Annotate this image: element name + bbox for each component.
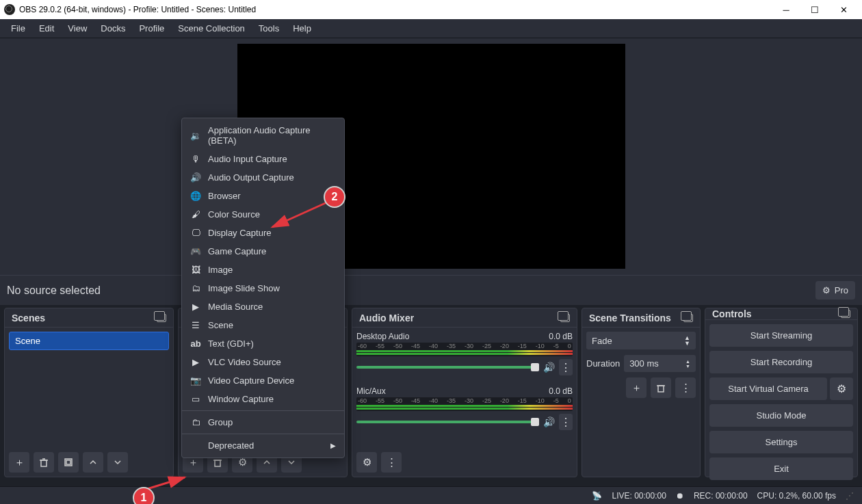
menu-media-source[interactable]: ▶Media Source [182,297,344,316]
vu-meter: -60-55-50-45-40-35-30-25-20-15-10-50 [356,343,573,356]
channel-options-button[interactable]: ⋮ [559,359,573,375]
popout-icon[interactable] [560,314,570,322]
start-streaming-button[interactable]: Start Streaming [709,324,853,347]
transitions-dock: Scene Transitions Fade ▲▼ Duration 300 m… [582,308,701,477]
start-recording-button[interactable]: Start Recording [709,351,853,373]
chevron-down-icon [113,457,122,467]
brush-icon: 🖌 [190,209,201,220]
menu-tools[interactable]: Tools [252,21,286,36]
add-scene-button[interactable]: ＋ [9,452,29,473]
cpu-status: CPU: 0.2%, 60.00 fps [757,491,836,501]
annotation-arrow-1 [144,472,198,492]
popout-icon[interactable] [683,314,693,322]
exit-button[interactable]: Exit [709,457,853,480]
menu-file[interactable]: File [4,21,32,36]
channel-name: Mic/Aux [356,386,386,396]
titlebar: OBS 29.0.2 (64-bit, windows) - Profile: … [0,0,862,19]
menu-view[interactable]: View [61,21,94,36]
add-transition-button[interactable]: ＋ [626,377,646,398]
maximize-button[interactable]: ☐ [800,0,829,19]
menu-help[interactable]: Help [286,21,318,36]
filter-icon [64,457,73,467]
settings-button[interactable]: Settings [709,431,853,453]
studio-mode-button[interactable]: Studio Mode [709,404,853,427]
transitions-title: Scene Transitions [589,313,671,323]
vu-meter: -60-55-50-45-40-35-30-25-20-15-10-50 [356,397,573,411]
mixer-title: Audio Mixer [359,313,414,323]
menu-audio-output-capture[interactable]: 🔊Audio Output Capture [182,168,344,187]
controls-title: Controls [712,308,752,319]
mixer-options-button[interactable]: ⋮ [381,452,402,473]
menu-game-capture[interactable]: 🎮Game Capture [182,242,344,261]
channel-options-button[interactable]: ⋮ [559,414,573,430]
popout-icon[interactable] [157,314,166,322]
scenes-dock: Scenes Scene ＋ [4,308,174,477]
play-icon: ▶ [190,357,201,367]
speaker-icon[interactable]: 🔊 [543,416,555,427]
trash-icon [39,457,49,467]
preview-area[interactable] [0,38,862,275]
menu-image-slideshow[interactable]: 🗂Image Slide Show [182,279,344,297]
menu-audio-input-capture[interactable]: 🎙Audio Input Capture [182,150,344,168]
menu-vlc-video[interactable]: ▶VLC Video Source [182,353,344,371]
menubar: File Edit View Docks Profile Scene Colle… [0,19,862,38]
window-title: OBS 29.0.2 (64-bit, windows) - Profile: … [19,5,772,14]
remove-scene-button[interactable] [34,452,54,473]
list-icon: ☰ [190,320,201,330]
properties-button[interactable]: ⚙ Pro [815,281,855,300]
speaker-icon: 🔊 [190,172,201,183]
advanced-audio-button[interactable]: ⚙ [356,452,377,473]
statusbar: 📡 LIVE: 00:00:00 ⏺ REC: 00:00:00 CPU: 0.… [0,486,862,504]
obs-logo-icon [4,4,15,15]
volume-slider[interactable] [356,366,539,369]
start-virtual-camera-button[interactable]: Start Virtual Camera [709,377,827,400]
close-button[interactable]: ✕ [829,0,858,19]
menu-profile[interactable]: Profile [132,21,171,36]
scene-filters-button[interactable] [58,452,79,473]
menu-video-capture[interactable]: 📷Video Capture Device [182,371,344,390]
svg-line-6 [272,202,328,227]
transition-select[interactable]: Fade ▲▼ [586,332,696,349]
duration-spinbox[interactable]: 300 ms ▲▼ [624,355,696,372]
spin-arrows-icon[interactable]: ▲▼ [685,359,690,369]
svg-rect-3 [215,460,220,466]
menu-deprecated[interactable]: Deprecated▶ [182,436,344,455]
menu-text-gdi[interactable]: abText (GDI+) [182,334,344,353]
window-icon: ▭ [190,394,201,404]
remove-transition-button[interactable] [651,377,671,398]
menu-window-capture[interactable]: ▭Window Capture [182,390,344,408]
popout-icon[interactable] [841,310,850,318]
move-down-button[interactable] [107,452,128,473]
menu-image[interactable]: 🖼Image [182,261,344,279]
no-source-text: No source selected [7,284,101,297]
resize-grip-icon[interactable]: ⋰ [846,491,855,501]
svg-line-5 [147,477,185,489]
channel-level: 0.0 dB [549,332,573,341]
transition-props-button[interactable]: ⋮ [675,377,696,398]
duration-label: Duration [586,358,620,369]
volume-slider[interactable] [356,421,539,423]
menu-docks[interactable]: Docks [94,21,132,36]
play-icon: ▶ [190,302,201,312]
move-up-button[interactable] [83,452,103,473]
speaker-icon[interactable]: 🔊 [543,362,555,373]
scenes-title: Scenes [12,313,45,323]
menu-group[interactable]: 🗀Group [182,413,344,432]
annotation-badge-2: 2 [324,186,345,208]
channel-level: 0.0 dB [549,386,573,396]
gamepad-icon: 🎮 [190,246,201,256]
menu-scene-collection[interactable]: Scene Collection [171,21,252,36]
trash-icon [656,383,666,393]
menu-scene[interactable]: ☰Scene [182,316,344,334]
minimize-button[interactable]: ─ [772,0,800,19]
globe-icon: 🌐 [190,191,201,201]
menu-app-audio-capture[interactable]: 🔉Application Audio Capture (BETA) [182,121,344,150]
folder-icon: 🗀 [190,417,201,427]
svg-rect-0 [41,460,47,466]
annotation-badge-1: 1 [133,487,155,504]
vcam-settings-button[interactable]: ⚙ [830,377,853,400]
menu-edit[interactable]: Edit [32,21,61,36]
audio-channel-desktop: Desktop Audio 0.0 dB -60-55-50-45-40-35-… [356,332,573,375]
mic-icon: 🎙 [190,154,201,164]
scene-item[interactable]: Scene [9,332,169,350]
